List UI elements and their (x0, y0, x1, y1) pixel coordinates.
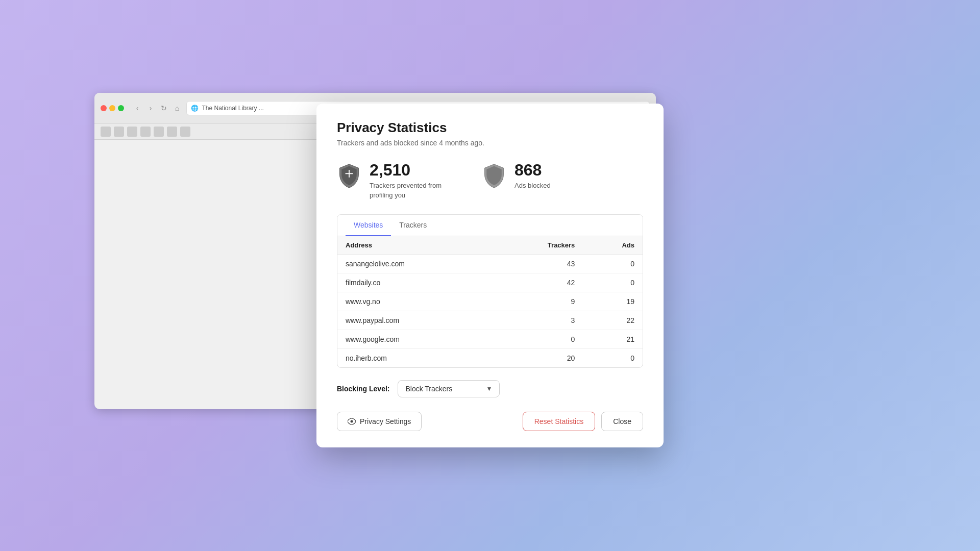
privacy-settings-label: Privacy Settings (360, 417, 411, 425)
trackers-label: Trackers prevented from profiling you (370, 181, 451, 199)
shield-ads-icon (482, 163, 506, 188)
cell-trackers: 20 (493, 348, 583, 367)
cell-ads: 19 (583, 292, 643, 311)
chevron-down-icon: ▼ (486, 385, 493, 392)
cell-ads: 0 (583, 273, 643, 292)
cell-ads: 0 (583, 254, 643, 273)
stats-row: 2,510 Trackers prevented from profiling … (337, 161, 643, 200)
cell-ads: 21 (583, 330, 643, 348)
privacy-statistics-dialog: Privacy Statistics Trackers and ads bloc… (316, 104, 664, 447)
col-ads: Ads (583, 236, 643, 255)
close-button[interactable]: Close (601, 412, 643, 431)
eye-icon (348, 417, 356, 425)
cell-ads: 22 (583, 311, 643, 330)
tabs-container: Websites Trackers Address Trackers Ads s… (337, 214, 643, 368)
cell-address: filmdaily.co (337, 273, 493, 292)
tabs-header: Websites Trackers (337, 215, 643, 236)
table-row: www.paypal.com322 (337, 311, 643, 330)
cell-address: www.google.com (337, 330, 493, 348)
table-header-row: Address Trackers Ads (337, 236, 643, 255)
cell-ads: 0 (583, 348, 643, 367)
ads-stat: 868 Ads blocked (482, 161, 551, 200)
cell-trackers: 0 (493, 330, 583, 348)
shield-tracker-icon (337, 163, 361, 188)
cell-trackers: 9 (493, 292, 583, 311)
tab-trackers[interactable]: Trackers (391, 215, 435, 236)
ads-label: Ads blocked (514, 181, 551, 190)
table-header: Address Trackers Ads (337, 236, 643, 255)
cell-trackers: 43 (493, 254, 583, 273)
col-trackers: Trackers (493, 236, 583, 255)
dialog-footer: Privacy Settings Reset Statistics Close (337, 412, 643, 431)
col-address: Address (337, 236, 493, 255)
privacy-settings-button[interactable]: Privacy Settings (337, 412, 422, 431)
cell-address: www.paypal.com (337, 311, 493, 330)
tab-websites[interactable]: Websites (346, 215, 391, 236)
dialog-title: Privacy Statistics (337, 120, 643, 136)
footer-right: Reset Statistics Close (523, 412, 643, 431)
trackers-count: 2,510 (370, 161, 451, 179)
dialog-overlay: Privacy Statistics Trackers and ads bloc… (0, 0, 980, 551)
cell-trackers: 42 (493, 273, 583, 292)
blocking-level-select[interactable]: Block Trackers ▼ (398, 380, 500, 397)
blocking-row: Blocking Level: Block Trackers ▼ (337, 380, 643, 397)
trackers-stat-content: 2,510 Trackers prevented from profiling … (370, 161, 451, 200)
cell-address: www.vg.no (337, 292, 493, 311)
table-row: filmdaily.co420 (337, 273, 643, 292)
blocking-level-value: Block Trackers (405, 385, 452, 393)
ads-stat-content: 868 Ads blocked (514, 161, 551, 190)
ads-count: 868 (514, 161, 551, 179)
table-row: sanangelolive.com430 (337, 254, 643, 273)
table-body: sanangelolive.com430filmdaily.co420www.v… (337, 254, 643, 367)
table-row: www.vg.no919 (337, 292, 643, 311)
cell-address: sanangelolive.com (337, 254, 493, 273)
websites-table: Address Trackers Ads sanangelolive.com43… (337, 236, 643, 367)
reset-statistics-button[interactable]: Reset Statistics (523, 412, 595, 431)
cell-trackers: 3 (493, 311, 583, 330)
dialog-subtitle: Trackers and ads blocked since 4 months … (337, 139, 643, 147)
table-row: no.iherb.com200 (337, 348, 643, 367)
cell-address: no.iherb.com (337, 348, 493, 367)
trackers-stat: 2,510 Trackers prevented from profiling … (337, 161, 451, 200)
table-row: www.google.com021 (337, 330, 643, 348)
svg-point-2 (351, 420, 353, 422)
blocking-level-label: Blocking Level: (337, 385, 389, 393)
